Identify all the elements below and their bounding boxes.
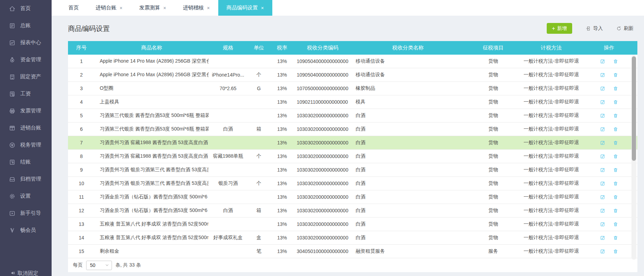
trash-icon[interactable] bbox=[613, 167, 619, 173]
edit-icon[interactable] bbox=[600, 194, 606, 200]
edit-icon[interactable] bbox=[600, 58, 606, 64]
table-row[interactable]: 3O型圈70*2.65G13%1070500000000000000橡胶制品货物… bbox=[68, 82, 637, 95]
cell-spec: 70*2.65 bbox=[209, 82, 248, 95]
unpin-sidebar-button[interactable]: 取消固定 bbox=[10, 270, 38, 276]
sidebar-item-closing[interactable]: 结账 bbox=[0, 153, 52, 171]
edit-icon[interactable] bbox=[600, 153, 606, 159]
tab-进销稽核[interactable]: 进销稽核× bbox=[174, 0, 218, 16]
sidebar-item-fixed-assets[interactable]: 固定资产 bbox=[0, 68, 52, 85]
sidebar-item-tax-management[interactable]: 税务管理 bbox=[0, 136, 52, 153]
tab-发票测算[interactable]: 发票测算× bbox=[131, 0, 174, 16]
unpin-label: 取消固定 bbox=[17, 270, 38, 276]
cell-item: 货物 bbox=[464, 82, 522, 95]
edit-icon[interactable] bbox=[600, 235, 606, 241]
trash-icon[interactable] bbox=[613, 86, 619, 92]
sidebar-item-label: 新手引导 bbox=[20, 210, 41, 216]
cell-category: 移动通信设备 bbox=[351, 55, 464, 68]
cell-rate: 13% bbox=[270, 163, 294, 176]
cell-operations bbox=[581, 218, 637, 231]
trash-icon[interactable] bbox=[613, 221, 619, 227]
trash-icon[interactable] bbox=[613, 72, 619, 78]
table-row[interactable]: 11习酒金质习酒（钻石版）酱香型白酒53度 500ml*6 整箱装13%1030… bbox=[68, 190, 637, 204]
table-row[interactable]: 6习酒第三代银质 酱香型白酒53度 500ml*6瓶 整箱装白酒箱13%1030… bbox=[68, 123, 637, 136]
cell-seq: 8 bbox=[68, 150, 95, 163]
tab-进销台账[interactable]: 进销台账× bbox=[87, 0, 131, 16]
edit-icon[interactable] bbox=[600, 249, 606, 254]
vertical-scrollbar-track[interactable] bbox=[631, 55, 636, 260]
pagination-bar: 每页 50 条, 共 33 条 bbox=[68, 258, 637, 272]
edit-icon[interactable] bbox=[600, 99, 606, 105]
vertical-scrollbar-thumb[interactable] bbox=[632, 56, 636, 161]
edit-icon[interactable] bbox=[600, 140, 606, 146]
sidebar-item-archive-management[interactable]: 归档管理 bbox=[0, 171, 52, 188]
refresh-button-label: 刷新 bbox=[624, 25, 634, 32]
trash-icon[interactable] bbox=[613, 235, 619, 241]
trash-icon[interactable] bbox=[613, 99, 619, 105]
sidebar-item-purchase-sale-ledger[interactable]: 进销台账 bbox=[0, 119, 52, 136]
edit-icon[interactable] bbox=[600, 113, 606, 119]
cell-category: 白酒 bbox=[351, 218, 464, 231]
cell-method: 一般计税方法-非即征即退 bbox=[522, 190, 581, 204]
cell-category: 白酒 bbox=[351, 177, 464, 190]
table-row[interactable]: 4上盖模具13%1090211000000000000模具货物一般计税方法-非即… bbox=[68, 95, 637, 109]
tab-首页[interactable]: 首页 bbox=[60, 0, 87, 16]
table-row[interactable]: 5习酒第三代银质 酱香型白酒53度 500ml*6瓶 整箱装13%1030302… bbox=[68, 109, 637, 123]
table-row[interactable]: 12习酒金质习酒（钻石版）酱香型白酒53度 500ml*6 整箱装白酒箱13%1… bbox=[68, 204, 637, 218]
sidebar-item-general-ledger[interactable]: 总账 bbox=[0, 17, 52, 34]
cell-seq: 14 bbox=[68, 231, 95, 244]
edit-icon[interactable] bbox=[600, 126, 606, 132]
edit-icon[interactable] bbox=[600, 221, 606, 227]
table-row[interactable]: 10习酒贵州习酒 银质习酒第三代 酱香型白酒 53度高度白酒银质习酒个13%10… bbox=[68, 177, 637, 190]
cell-method: 一般计税方法-非即征即退 bbox=[522, 163, 581, 176]
trash-icon[interactable] bbox=[613, 181, 619, 187]
close-icon[interactable]: × bbox=[120, 6, 122, 10]
sidebar-item-label: 归档管理 bbox=[20, 176, 41, 182]
refresh-button[interactable]: 刷新 bbox=[616, 25, 634, 32]
table-row[interactable]: 8习酒贵州习酒 窖藏1988 酱香型白酒 53度高度白酒 年窖藏1988单瓶个1… bbox=[68, 150, 637, 163]
table-row[interactable]: 15剩余租金笔13%3040501000000000000融资租赁服务服务一般计… bbox=[68, 245, 637, 258]
sidebar-item-beginner-guide[interactable]: 新手引导 bbox=[0, 205, 52, 222]
cell-method: 一般计税方法-非即征即退 bbox=[522, 231, 581, 244]
edit-icon[interactable] bbox=[600, 181, 606, 187]
tab-商品编码设置[interactable]: 商品编码设置× bbox=[218, 0, 272, 16]
sidebar-item-invoice-management[interactable]: 发票管理 bbox=[0, 102, 52, 119]
tab-label: 商品编码设置 bbox=[227, 5, 258, 11]
trash-icon[interactable] bbox=[613, 208, 619, 214]
add-button[interactable]: + 新增 bbox=[547, 23, 572, 34]
sidebar-item-member[interactable]: 畅会员 bbox=[0, 222, 52, 239]
close-icon[interactable]: × bbox=[261, 6, 264, 10]
sidebar-item-settings-gear[interactable]: 设置 bbox=[0, 188, 52, 205]
closing-icon bbox=[9, 159, 16, 166]
edit-icon[interactable] bbox=[600, 167, 606, 173]
trash-icon[interactable] bbox=[613, 194, 619, 200]
trash-icon[interactable] bbox=[613, 140, 619, 146]
sidebar-item-report-center[interactable]: 报表中心 bbox=[0, 34, 52, 51]
import-button[interactable]: 导入 bbox=[585, 25, 603, 32]
refresh-icon bbox=[616, 26, 622, 31]
trash-icon[interactable] bbox=[613, 126, 619, 132]
trash-icon[interactable] bbox=[613, 113, 619, 119]
table-row[interactable]: 7习酒贵州习酒 窖藏1988 酱香型白酒 53度高度白酒 年13%1030302… bbox=[68, 136, 637, 150]
sidebar-item-fund-management[interactable]: 资金管理 bbox=[0, 51, 52, 68]
cell-spec bbox=[209, 218, 248, 231]
table-row[interactable]: 1Apple iPhone 14 Pro Max (A2896) 256GB 深… bbox=[68, 55, 637, 68]
column-header-7: 税收分类名称 bbox=[351, 41, 464, 55]
cell-category: 融资租赁服务 bbox=[351, 245, 464, 258]
sidebar-item-home[interactable]: 首页 bbox=[0, 0, 52, 17]
close-icon[interactable]: × bbox=[207, 6, 210, 10]
close-icon[interactable]: × bbox=[163, 6, 166, 10]
trash-icon[interactable] bbox=[613, 58, 619, 64]
sidebar-item-salary[interactable]: 工资 bbox=[0, 85, 52, 102]
trash-icon[interactable] bbox=[613, 249, 619, 254]
cell-name: 习酒贵州习酒 窖藏1988 酱香型白酒 53度高度白酒 年 bbox=[95, 136, 209, 149]
trash-icon[interactable] bbox=[613, 153, 619, 159]
edit-icon[interactable] bbox=[600, 86, 606, 92]
table-row[interactable]: 9习酒贵州习酒 银质习酒第三代 酱香型白酒 53度高度白酒13%10303020… bbox=[68, 163, 637, 177]
edit-icon[interactable] bbox=[600, 72, 606, 78]
table-row[interactable]: 14五粮液 普五第八代 好事成双 浓香型白酒 52度500ml好事成双礼盒盒13… bbox=[68, 231, 637, 245]
cell-category: 白酒 bbox=[351, 231, 464, 244]
table-row[interactable]: 13五粮液 普五第八代 好事成双 浓香型白酒 52度500ml13%103030… bbox=[68, 218, 637, 231]
edit-icon[interactable] bbox=[600, 208, 606, 214]
per-page-select[interactable]: 50 bbox=[86, 261, 112, 270]
table-row[interactable]: 2Apple iPhone 14 Pro Max (A2896) 256GB 深… bbox=[68, 68, 637, 82]
